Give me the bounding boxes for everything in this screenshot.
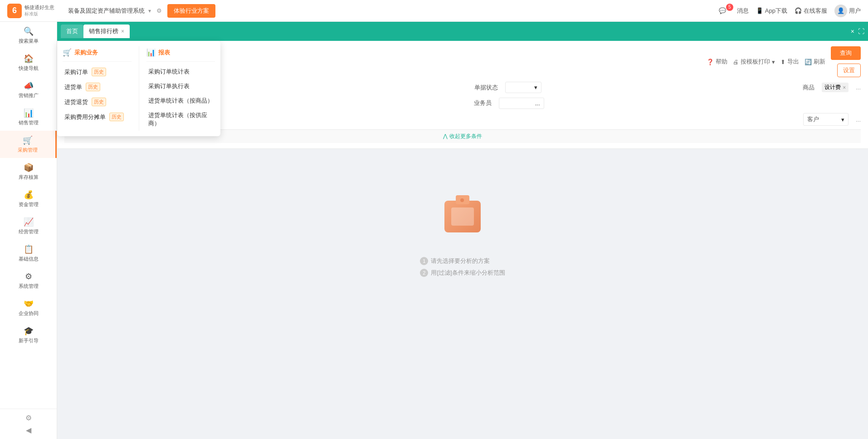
sidebar-item-4[interactable]: 🛒 采购管理 [0,131,57,158]
sidebar-icon-6: 💰 [24,190,34,200]
sidebar-label-10: 企业协同 [19,310,39,317]
voucher-status-select[interactable]: ▾ [505,82,541,93]
sidebar-item-8[interactable]: 📋 基础信息 [0,240,57,267]
purchase-menu-item-3[interactable]: 采购费用分摊单 历史 [63,109,132,124]
collapse-up-icon: ⋀ [443,133,448,139]
gear-button[interactable]: ⚙ [155,5,164,16]
system-name: 装备及固定资产辅助管理系统 [68,7,145,15]
report-menu-item-0[interactable]: 采购订单统计表 [146,64,215,79]
sidebar: 🔍 搜索菜单 🏠 快捷导航 📣 营销推广 📊 销售管理 🛒 采购管理 📦 库存核… [0,22,57,439]
purchase-item-label-3: 采购费用分摊单 [64,113,106,121]
salesperson-label: 业务员 [474,99,492,107]
step-2-text: 用[过滤]条件来缩小分析范围 [431,267,505,279]
sidebar-item-1[interactable]: 🏠 快捷导航 [0,49,57,76]
collapse-icon[interactable]: ◀ [26,426,31,434]
sidebar-label-9: 系统管理 [19,283,39,290]
customer-dropdown: ▾ [841,116,844,123]
message-button[interactable]: 💬 5 消息 [719,7,749,15]
resize-window-icon[interactable]: ⛶ [858,28,864,35]
help-button[interactable]: ❓ 帮助 [707,58,727,66]
tab-sales-ranking[interactable]: 销售排行榜 × [83,25,130,38]
purchase-section-icon: 🛒 [63,48,72,57]
headset-icon: 🎧 [795,7,802,14]
app-download-button[interactable]: 📱 App下载 [756,7,787,15]
report-menu-item-2[interactable]: 进货单统计表（按商品） [146,94,215,108]
report-section-icon: 📊 [146,48,156,57]
report-items: 采购订单统计表 采购订单执行表 进货单统计表（按商品） 进货单统计表（按供应商） [146,64,215,131]
sidebar-item-11[interactable]: 🎓 新手引导 [0,321,57,349]
sidebar-item-0[interactable]: 🔍 搜索菜单 [0,22,57,49]
report-section-title: 📊 报表 [146,46,215,62]
sidebar-label-2: 营销推广 [19,92,39,99]
sidebar-label-11: 新手引导 [19,337,39,344]
purchase-menu-item-0[interactable]: 采购订单 历史 [63,64,132,79]
online-service-button[interactable]: 🎧 在线客服 [795,7,827,15]
query-button[interactable]: 查询 [831,46,861,60]
print-dropdown-icon: ▾ [772,59,775,65]
export-label: 导出 [787,58,799,66]
customer-select[interactable]: 客户 ▾ [803,113,848,126]
tab-home-label: 首页 [66,27,78,35]
goods-dots[interactable]: ... [856,84,861,91]
robot-body [444,201,481,232]
empty-illustration [435,192,490,246]
sidebar-label-8: 基础信息 [19,256,39,262]
sidebar-item-5[interactable]: 📦 库存核算 [0,158,57,185]
report-menu-item-1[interactable]: 采购订单执行表 [146,79,215,94]
goods-tag-close[interactable]: × [843,84,846,91]
refresh-label: 刷新 [814,58,825,66]
settings-button[interactable]: 设置 [837,64,861,77]
logo-text-line1: 畅捷通好生意 [24,4,54,10]
purchase-dropdown-menu: 🛒 采购业务 采购订单 历史 进货单 历史 进货退货 历史 采购费用分摊单 历史… [57,41,220,136]
avatar: 👤 [834,5,847,17]
goods-label: 商品 [803,84,814,92]
message-badge: 5 [726,4,733,11]
purchase-section: 🛒 采购业务 采购订单 历史 进货单 历史 进货退货 历史 采购费用分摊单 历史 [57,46,137,131]
tab-close-icon[interactable]: × [121,28,124,35]
sidebar-label-7: 经营管理 [19,228,39,235]
purchase-menu-item-2[interactable]: 进货退货 历史 [63,94,132,109]
history-tag-2: 历史 [92,98,106,106]
menu-divider [139,46,139,131]
sidebar-icon-5: 📦 [24,163,34,173]
settings-icon[interactable]: ⚙ [25,414,32,422]
sidebar-item-7[interactable]: 📈 经营管理 [0,212,57,240]
print-label: 按模板打印 [741,58,770,66]
sidebar-item-3[interactable]: 📊 销售管理 [0,104,57,131]
sidebar-icon-0: 🔍 [24,26,34,36]
export-button[interactable]: ⬆ 导出 [780,58,799,66]
refresh-button[interactable]: 🔄 刷新 [805,58,825,66]
sidebar-label-3: 销售管理 [19,119,39,126]
sidebar-item-9[interactable]: ⚙ 系统管理 [0,267,57,294]
empty-step-1: 1 请先选择要分析的方案 [420,255,505,267]
sidebar-item-10[interactable]: 🤝 企业协同 [0,294,57,321]
customer-dots[interactable]: ... [856,116,861,123]
tab-home[interactable]: 首页 [61,25,83,38]
sidebar-icon-10: 🤝 [24,299,34,309]
close-window-icon[interactable]: × [851,28,854,35]
salesperson-select[interactable]: ... [499,98,544,109]
history-tag-0: 历史 [92,68,106,76]
sidebar-item-2[interactable]: 📣 营销推广 [0,76,57,104]
user-button[interactable]: 👤 用户 [834,5,861,17]
top-right-actions: 💬 5 消息 📱 App下载 🎧 在线客服 👤 用户 [719,5,861,17]
customer-label: 客户 [807,115,819,123]
goods-tag: 设计费 × [822,83,848,92]
purchase-menu-item-1[interactable]: 进货单 历史 [63,79,132,94]
export-icon: ⬆ [780,59,785,65]
step-1-text: 请先选择要分析的方案 [431,255,490,267]
sidebar-item-6[interactable]: 💰 资金管理 [0,185,57,212]
nav-tab-actions: × ⛶ [851,28,864,35]
help-label: 帮助 [716,58,727,66]
sidebar-label-5: 库存核算 [19,174,39,181]
logo-text-line2: 标准版 [24,11,54,17]
report-menu-item-3[interactable]: 进货单统计表（按供应商） [146,108,215,131]
step-2-num: 2 [420,269,428,277]
dropdown-icon[interactable]: ▾ [148,8,151,14]
sidebar-label-6: 资金管理 [19,201,39,208]
print-button[interactable]: 🖨 按模板打印 ▾ [733,58,775,66]
industry-button[interactable]: 体验行业方案 [167,4,215,18]
help-icon: ❓ [707,59,714,65]
history-tag-3: 历史 [109,113,124,121]
sidebar-icon-3: 📊 [24,108,34,118]
